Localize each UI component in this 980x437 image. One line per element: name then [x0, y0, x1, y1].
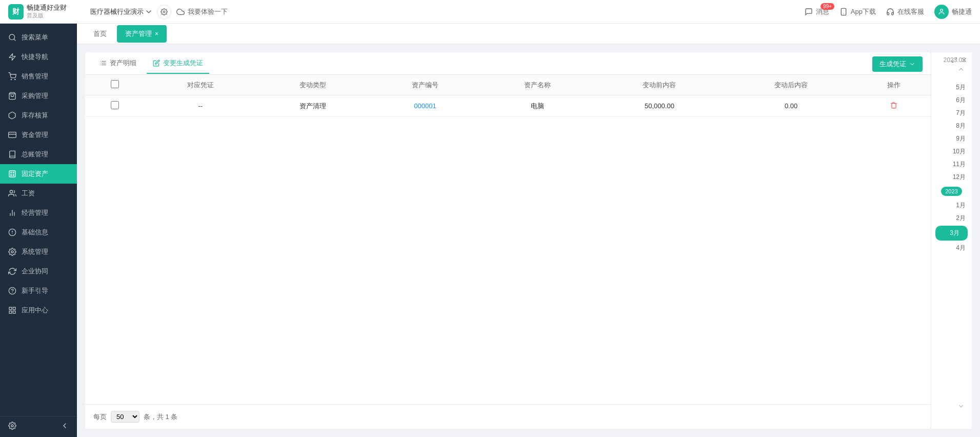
- sidebar-item-search[interactable]: 搜索菜单: [0, 28, 77, 47]
- timeline-month-6[interactable]: 6月: [931, 94, 972, 107]
- col-asset-name: 资产名称: [482, 75, 594, 95]
- sidebar-label: 系统管理: [22, 247, 48, 256]
- sidebar-item-salary[interactable]: 工资: [0, 184, 77, 203]
- year-2023-badge: 2023: [931, 184, 972, 199]
- svg-rect-26: [13, 307, 15, 310]
- sidebar-item-fixed-assets[interactable]: 固定资产: [0, 164, 77, 184]
- sidebar-label: 应用中心: [22, 306, 48, 315]
- sidebar-item-basic-info[interactable]: 基础信息: [0, 223, 77, 242]
- timeline-month-10[interactable]: 10月: [931, 145, 972, 158]
- sidebar-label: 库存核算: [22, 111, 48, 120]
- sub-tab-asset-detail[interactable]: 资产明细: [93, 53, 143, 74]
- footer-settings-button[interactable]: [8, 422, 16, 432]
- timeline-month-2023-1[interactable]: 1月: [931, 199, 972, 212]
- page-content: 资产明细 变更生成凭证 生成凭证: [77, 44, 980, 437]
- edit-icon: [153, 59, 160, 67]
- sidebar-item-cooperation[interactable]: 企业协同: [0, 262, 77, 281]
- data-table: 对应凭证 变动类型 资产编号 资产名称: [85, 75, 931, 117]
- per-page-label: 每页: [93, 412, 107, 422]
- row-checkbox[interactable]: [111, 101, 119, 109]
- svg-rect-9: [9, 132, 16, 138]
- logo-area: 财 畅捷通好业财 普及版: [8, 4, 85, 19]
- sidebar-label: 销售管理: [22, 72, 48, 81]
- info-icon: [8, 228, 16, 236]
- sidebar-item-sales[interactable]: 销售管理: [0, 67, 77, 86]
- select-all-checkbox[interactable]: [111, 80, 119, 88]
- app-download-button[interactable]: App下载: [839, 7, 876, 16]
- company-selector[interactable]: 医疗器械行业演示: [90, 7, 152, 16]
- logo-text-block: 畅捷通好业财 普及版: [27, 4, 67, 19]
- settings-icon: [8, 248, 16, 256]
- close-icon: [961, 56, 968, 64]
- timeline-month-5[interactable]: 5月: [931, 81, 972, 94]
- sidebar-label: 经营管理: [22, 208, 48, 217]
- timeline-month-12[interactable]: 12月: [931, 171, 972, 184]
- sidebar-item-system[interactable]: 系统管理: [0, 242, 77, 262]
- header-right: 消息 99+ App下载 在线客服 畅捷通: [805, 5, 972, 19]
- trash-icon: [890, 102, 897, 109]
- generate-btn-label: 生成凭证: [879, 59, 906, 69]
- sidebar-item-app-center[interactable]: 应用中心: [0, 301, 77, 320]
- main-layout: 搜索菜单 快捷导航 销售管理 采购管理 库存核算 资金管理: [0, 24, 980, 437]
- svg-point-6: [11, 79, 11, 80]
- tab-asset-label: 资产管理: [125, 29, 152, 38]
- sidebar-item-finance[interactable]: 资金管理: [0, 125, 77, 145]
- message-button[interactable]: 消息 99+: [805, 7, 829, 16]
- sidebar-nav: 搜索菜单 快捷导航 销售管理 采购管理 库存核算 资金管理: [0, 24, 77, 416]
- sidebar-label: 资金管理: [22, 130, 48, 140]
- month-label: 5月: [956, 83, 966, 92]
- sidebar-item-guide[interactable]: 新手引导: [0, 281, 77, 301]
- svg-rect-14: [11, 174, 12, 175]
- timeline-month-8[interactable]: 8月: [931, 120, 972, 132]
- timeline-scroll-down[interactable]: [957, 403, 965, 411]
- row-asset-name-cell: 电脑: [482, 95, 594, 117]
- timeline-month-9[interactable]: 9月: [931, 132, 972, 145]
- company-name: 医疗器械行业演示: [90, 7, 144, 16]
- tab-close-button[interactable]: ×: [155, 30, 158, 37]
- message-badge: 99+: [821, 3, 834, 10]
- timeline-month-2023-2[interactable]: 2月: [931, 212, 972, 225]
- tab-asset-management[interactable]: 资产管理 ×: [117, 25, 167, 43]
- apps-icon: [8, 306, 16, 314]
- timeline-month-7[interactable]: 7月: [931, 107, 972, 120]
- header-left: 财 畅捷通好业财 普及版 医疗器械行业演示 我要体验一下: [8, 4, 228, 19]
- timeline-scroll-up[interactable]: [957, 66, 965, 74]
- svg-point-2: [941, 9, 943, 11]
- generate-voucher-button[interactable]: 生成凭证: [872, 56, 923, 72]
- sidebar-item-ledger[interactable]: 总账管理: [0, 145, 77, 164]
- tab-home[interactable]: 首页: [85, 25, 115, 43]
- customer-service-label: 在线客服: [897, 7, 924, 16]
- month-label: 12月: [953, 173, 966, 182]
- sidebar-item-inventory[interactable]: 库存核算: [0, 106, 77, 125]
- row-delete-button[interactable]: [887, 101, 901, 111]
- timeline-month-2023-4[interactable]: 4月: [931, 242, 972, 254]
- sidebar-item-purchase[interactable]: 采购管理: [0, 86, 77, 106]
- timeline-expand-button[interactable]: [951, 56, 957, 65]
- timeline-close-button[interactable]: [961, 56, 968, 65]
- col-checkbox: [85, 75, 144, 95]
- pagination: 每页 50 10 20 100 条，共 1 条: [85, 404, 931, 429]
- timeline-month-2023-3[interactable]: 3月: [935, 226, 968, 241]
- content-area: 首页 资产管理 × 资产明细 变更生成凭证: [77, 24, 980, 437]
- month-label: 2月: [956, 214, 966, 223]
- timeline-month-11[interactable]: 11月: [931, 158, 972, 171]
- sidebar-collapse-button[interactable]: [61, 422, 69, 432]
- sidebar-label: 搜索菜单: [22, 33, 48, 42]
- sidebar-item-operations[interactable]: 经营管理: [0, 203, 77, 223]
- sidebar-label: 基础信息: [22, 228, 48, 237]
- main-card: 资产明细 变更生成凭证 生成凭证: [85, 52, 931, 429]
- sub-tab-change-voucher[interactable]: 变更生成凭证: [147, 53, 209, 74]
- tab-home-label: 首页: [93, 30, 107, 37]
- page-size-select[interactable]: 50 10 20 100: [111, 411, 139, 423]
- month-label: 6月: [956, 96, 966, 105]
- search-icon: [8, 33, 16, 42]
- customer-service-button[interactable]: 在线客服: [886, 7, 924, 16]
- sidebar-item-quick-nav[interactable]: 快捷导航: [0, 47, 77, 67]
- row-change-type-cell: 资产清理: [256, 95, 369, 117]
- settings-button[interactable]: [157, 5, 171, 19]
- svg-point-7: [15, 79, 15, 80]
- user-area[interactable]: 畅捷通: [934, 5, 972, 19]
- experience-button[interactable]: 我要体验一下: [176, 7, 228, 16]
- row-checkbox-cell: [85, 95, 144, 117]
- svg-point-16: [10, 190, 12, 193]
